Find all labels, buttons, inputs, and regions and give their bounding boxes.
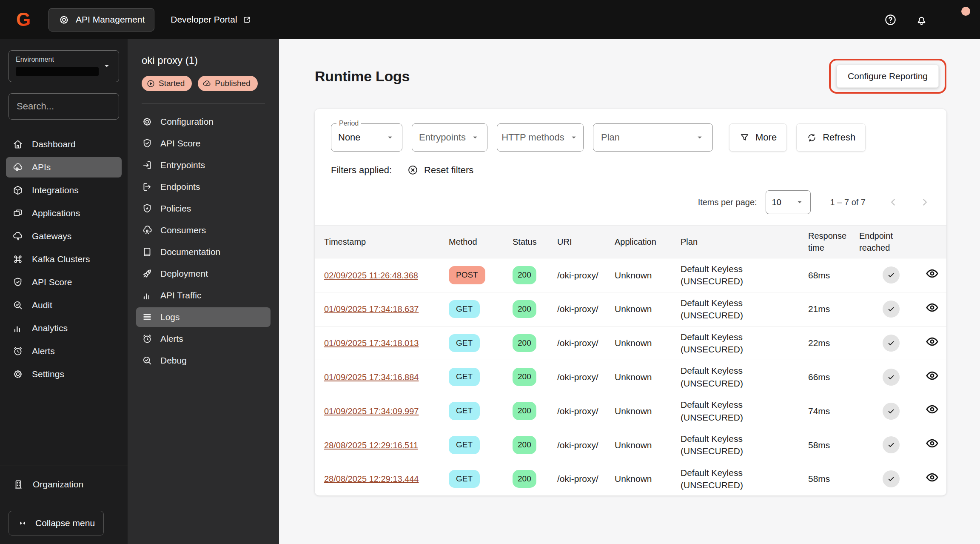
- log-row: 28/08/2025 12:29:13.444GET200/oki-proxy/…: [315, 462, 946, 496]
- sidebar-item-applications[interactable]: Applications: [6, 203, 122, 223]
- view-log-details-button[interactable]: [925, 436, 939, 450]
- shield-check-icon: [12, 277, 23, 288]
- period-label: Period: [336, 120, 361, 127]
- search-input[interactable]: [17, 101, 139, 112]
- svg-text:G: G: [16, 9, 31, 30]
- response-time-cell: 22ms: [800, 332, 851, 353]
- cloud-user-icon: [142, 225, 153, 236]
- log-row: 01/09/2025 17:34:18.013GET200/oki-proxy/…: [315, 326, 946, 361]
- cloud-gear-icon: [12, 162, 23, 173]
- topbar-right: [884, 9, 967, 30]
- method-badge: GET: [449, 436, 480, 454]
- check-icon: [887, 305, 895, 313]
- api-menu-item-configuration[interactable]: Configuration: [136, 112, 271, 132]
- env-sidebar-nav: DashboardAPIsIntegrationsApplicationsGat…: [0, 134, 128, 384]
- sidebar-item-audit[interactable]: Audit: [6, 295, 122, 315]
- period-select[interactable]: Period None: [331, 123, 402, 152]
- bar-chart-icon: [142, 290, 153, 301]
- api-menu-item-endpoints[interactable]: Endpoints: [136, 177, 271, 197]
- view-log-details-button[interactable]: [925, 369, 939, 383]
- collapse-menu-button[interactable]: Collapse menu: [9, 511, 104, 535]
- refresh-button[interactable]: Refresh: [796, 123, 866, 152]
- view-log-details-button[interactable]: [925, 402, 939, 416]
- sidebar-item-label: Kafka Clusters: [32, 254, 90, 264]
- entrypoints-filter-select[interactable]: Entrypoints: [412, 123, 487, 152]
- uri-cell: /oki-proxy/: [549, 332, 599, 353]
- log-timestamp-link[interactable]: 02/09/2025 11:26:48.368: [324, 271, 418, 280]
- sidebar-item-settings[interactable]: Settings: [6, 364, 122, 384]
- log-timestamp-link[interactable]: 01/09/2025 17:34:09.997: [324, 407, 419, 416]
- column-header-status: Status: [504, 232, 549, 252]
- app-switcher-button[interactable]: API Management: [48, 8, 154, 31]
- sidebar-item-label: Gateways: [32, 231, 71, 241]
- sidebar-item-gateways[interactable]: Gateways: [6, 226, 122, 246]
- plan-filter-select[interactable]: Plan: [593, 123, 713, 152]
- sidebar-item-organization[interactable]: Organization: [0, 466, 128, 503]
- sidebar-item-apis[interactable]: APIs: [6, 157, 122, 178]
- log-timestamp-link[interactable]: 01/09/2025 17:34:18.013: [324, 338, 419, 348]
- plan-cell: Default Keyless (UNSECURED): [672, 292, 768, 326]
- api-menu-item-api-score[interactable]: API Score: [136, 134, 271, 153]
- endpoint-reached-check-icon: [883, 301, 900, 318]
- api-menu-item-debug[interactable]: Debug: [136, 351, 271, 370]
- endpoint-reached-check-icon: [883, 266, 900, 283]
- search-check-icon: [12, 300, 23, 311]
- api-menu-item-deployment[interactable]: Deployment: [136, 264, 271, 283]
- sidebar-item-alerts[interactable]: Alerts: [6, 341, 122, 361]
- api-menu-item-label: Alerts: [160, 334, 183, 344]
- log-timestamp-link[interactable]: 01/09/2025 17:34:18.637: [324, 304, 419, 314]
- api-menu-item-alerts[interactable]: Alerts: [136, 329, 271, 349]
- next-page-button[interactable]: [919, 197, 930, 208]
- logs-table: TimestampMethodStatusURIApplicationPlanR…: [315, 225, 946, 495]
- sidebar-item-analytics[interactable]: Analytics: [6, 318, 122, 338]
- sidebar-search[interactable]: [9, 93, 119, 120]
- gravitee-logo-icon[interactable]: G: [13, 9, 34, 30]
- api-menu-item-entrypoints[interactable]: Entrypoints: [136, 155, 271, 175]
- log-timestamp-link[interactable]: 28/08/2025 12:29:13.444: [324, 474, 419, 484]
- cloud-check-icon: [202, 79, 211, 88]
- status-badge: 200: [513, 402, 536, 420]
- divider: [0, 503, 128, 503]
- sidebar-item-integrations[interactable]: Integrations: [6, 180, 122, 200]
- application-cell: Unknown: [606, 468, 672, 489]
- api-menu-item-consumers[interactable]: Consumers: [136, 220, 271, 240]
- view-log-details-button[interactable]: [925, 335, 939, 349]
- http-methods-filter-select[interactable]: HTTP methods: [497, 123, 584, 152]
- api-menu-item-label: Consumers: [160, 225, 206, 235]
- reset-filters-button[interactable]: Reset filters: [407, 164, 473, 176]
- column-header-application: Application: [606, 232, 672, 252]
- view-log-details-button[interactable]: [925, 266, 939, 281]
- filters-applied-label: Filters applied:: [331, 165, 392, 176]
- sidebar-item-label: APIs: [32, 162, 51, 172]
- api-menu-item-policies[interactable]: Policies: [136, 199, 271, 218]
- more-filters-button[interactable]: More: [729, 123, 787, 152]
- environment-select[interactable]: Environment: [9, 50, 119, 82]
- endpoint-reached-check-icon: [883, 369, 900, 386]
- response-time-cell: 68ms: [800, 265, 851, 286]
- developer-portal-link[interactable]: Developer Portal: [171, 14, 251, 25]
- api-menu-item-label: API Traffic: [160, 290, 201, 301]
- user-avatar[interactable]: [946, 9, 967, 30]
- previous-page-button[interactable]: [888, 197, 899, 208]
- api-menu-item-documentation[interactable]: Documentation: [136, 242, 271, 262]
- log-timestamp-link[interactable]: 01/09/2025 17:34:16.884: [324, 372, 419, 382]
- api-menu-item-api-traffic[interactable]: API Traffic: [136, 286, 271, 305]
- sidebar-item-kafka-clusters[interactable]: Kafka Clusters: [6, 249, 122, 269]
- sidebar-item-label: Analytics: [32, 323, 68, 333]
- chevron-down-icon: [102, 61, 112, 71]
- help-icon[interactable]: [884, 13, 897, 26]
- period-value: None: [338, 132, 361, 143]
- view-log-details-button[interactable]: [925, 301, 939, 315]
- api-menu-item-logs[interactable]: Logs: [136, 307, 271, 327]
- log-timestamp-link[interactable]: 28/08/2025 12:29:16.511: [324, 441, 418, 450]
- log-row: 01/09/2025 17:34:09.997GET200/oki-proxy/…: [315, 394, 946, 428]
- check-icon: [887, 339, 895, 347]
- view-log-details-button[interactable]: [925, 470, 939, 484]
- notifications-bell-icon[interactable]: [915, 13, 928, 26]
- items-per-page-select[interactable]: 10: [766, 190, 811, 214]
- status-badge: 200: [513, 368, 536, 386]
- sidebar-item-api-score[interactable]: API Score: [6, 272, 122, 292]
- developer-portal-label: Developer Portal: [171, 14, 237, 25]
- sidebar-item-dashboard[interactable]: Dashboard: [6, 134, 122, 155]
- configure-reporting-button[interactable]: Configure Reporting: [837, 65, 939, 88]
